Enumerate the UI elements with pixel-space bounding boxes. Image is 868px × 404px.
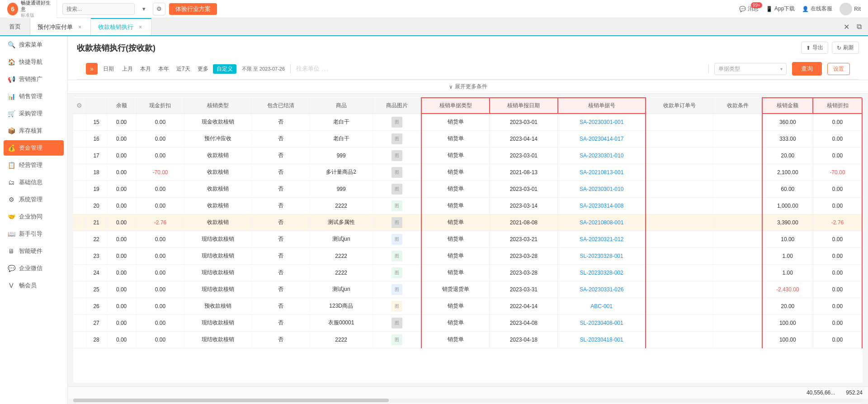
- cancel-bill-no-link[interactable]: SA-20230331-026: [580, 286, 623, 293]
- cell-product: 2222: [310, 197, 373, 214]
- refresh-button[interactable]: ↻ 刷新: [832, 42, 859, 54]
- top-search-input[interactable]: [62, 3, 135, 15]
- cell-receipt-order-no: [646, 130, 713, 147]
- tab-prepay-close[interactable]: ×: [76, 23, 83, 31]
- basic-icon: 🗂: [7, 178, 15, 186]
- dropdown-arrow-icon[interactable]: ▾: [138, 4, 149, 14]
- tab-collection-close[interactable]: ×: [137, 23, 144, 31]
- cell-settings: [73, 181, 86, 197]
- message-button[interactable]: 💬 消息 99+: [739, 5, 759, 13]
- cell-cancel-amount: 1.00: [762, 247, 813, 264]
- date-this-month[interactable]: 本月: [137, 64, 154, 74]
- th-includes-settled: 包含已结清: [252, 98, 310, 114]
- cancel-bill-no-link[interactable]: SL-20230328-002: [580, 270, 623, 276]
- app-download-button[interactable]: 📱 App下载: [766, 5, 795, 13]
- sidebar-item-search[interactable]: 🔍 搜索菜单: [0, 36, 67, 53]
- main-layout: 🔍 搜索菜单 🏠 快捷导航 📢 营销推广 📊 销售管理 🛒 采购管理 📦 库存核…: [0, 36, 868, 404]
- trial-button[interactable]: 体验行业方案: [169, 3, 217, 15]
- date-custom[interactable]: 自定义: [213, 64, 236, 74]
- restore-window-btn[interactable]: ⧉: [854, 21, 864, 32]
- sidebar-item-finance[interactable]: 💰 资金管理: [4, 140, 64, 156]
- cancel-bill-no-link[interactable]: SL-20230418-001: [580, 337, 623, 343]
- filter-expand-button[interactable]: »: [86, 63, 98, 75]
- th-product: 商品: [310, 98, 373, 114]
- cell-settings: [73, 247, 86, 264]
- sidebar-item-enterprise[interactable]: 🤝 企业协同: [0, 208, 67, 225]
- sidebar-item-inventory[interactable]: 📦 库存核算: [0, 122, 67, 139]
- cell-product-image: 图: [373, 164, 422, 181]
- sidebar-item-sales[interactable]: 📊 销售管理: [0, 88, 67, 105]
- cancel-bill-no-link[interactable]: SA-20230301-001: [580, 119, 623, 125]
- cell-cancel-bill-no: SA-20230414-017: [558, 130, 646, 147]
- query-button[interactable]: 查询: [792, 62, 822, 76]
- date-this-year[interactable]: 本年: [156, 64, 172, 74]
- cell-cancel-bill-date: 2023-03-21: [490, 231, 558, 247]
- date-7days[interactable]: 近7天: [174, 64, 193, 74]
- cell-cancel-bill-date: 2023-04-14: [490, 130, 558, 147]
- sidebar-item-hardware[interactable]: 🖥 智能硬件: [0, 242, 67, 260]
- sidebar-item-system[interactable]: ⚙ 系统管理: [0, 191, 67, 208]
- cell-product: 123D商品: [310, 298, 373, 314]
- column-settings-icon[interactable]: ⚙: [76, 102, 82, 109]
- th-cancel-bill-date: 核销单报日期: [490, 98, 558, 114]
- tab-home[interactable]: 首页: [0, 18, 30, 35]
- cell-product-image: 图: [373, 197, 422, 214]
- cancel-bill-no-link[interactable]: SA-20230321-012: [580, 236, 623, 242]
- cancel-bill-no-link[interactable]: SA-20210808-001: [580, 219, 623, 226]
- tab-prepay[interactable]: 预付冲应付单 ×: [30, 18, 91, 35]
- th-product-image: 商品图片: [373, 98, 422, 114]
- table-row: 16 0.00 0.00 预付冲应收 否 老白干 图 销货单 2023-04-1…: [73, 130, 862, 147]
- online-service-button[interactable]: 👤 在线客服: [802, 5, 832, 13]
- cancel-bill-no-link[interactable]: SA-20230314-008: [580, 203, 623, 209]
- app-icon: 📱: [766, 6, 773, 12]
- close-window-btn[interactable]: ✕: [841, 21, 852, 32]
- sidebar-item-member[interactable]: V 畅会员: [0, 277, 67, 294]
- table-row: 18 0.00 -70.00 收款核销 否 多计量商品2 图 销货单 2021-…: [73, 164, 862, 181]
- cell-product: 2222: [310, 247, 373, 264]
- horizontal-scrollbar[interactable]: [73, 399, 863, 402]
- cell-cancel-bill-no: ABC-001: [558, 298, 646, 314]
- cell-cancel-bill-date: 2023-03-28: [490, 247, 558, 264]
- tab-bar: 首页 预付冲应付单 × 收款核销执行 × ✕ ⧉: [0, 18, 868, 36]
- cell-cancel-bill-type: 销货单: [421, 147, 490, 164]
- export-button[interactable]: ⬆ 导出: [801, 42, 828, 54]
- tab-collection[interactable]: 收款核销执行 ×: [91, 18, 151, 35]
- tab-collection-label: 收款核销执行: [98, 23, 133, 31]
- cancel-bill-no-link[interactable]: SA-20230301-010: [580, 152, 623, 159]
- cancel-bill-no-link[interactable]: SA-20230414-017: [580, 136, 623, 142]
- cell-includes-settled: 否: [252, 314, 310, 331]
- cell-cash-discount: 0.00: [136, 130, 184, 147]
- scrollbar-thumb[interactable]: [73, 399, 389, 402]
- sidebar-item-business[interactable]: 📋 经营管理: [0, 157, 67, 174]
- table-row: 21 0.00 -2.76 收款核销 否 测试多属性 图 销货单 2021-08…: [73, 214, 862, 231]
- filter-settings-button[interactable]: 设置: [827, 63, 850, 75]
- cell-settings: [73, 214, 86, 231]
- cancel-bill-no-link[interactable]: ABC-001: [590, 303, 613, 309]
- date-last-month[interactable]: 上月: [119, 64, 136, 74]
- cancel-bill-no-link[interactable]: SA-20210813-001: [580, 169, 623, 176]
- sales-icon: 📊: [7, 92, 15, 100]
- sidebar-item-purchase[interactable]: 🛒 采购管理: [0, 105, 67, 122]
- bill-type-select[interactable]: 单据类型 ▾: [714, 63, 787, 75]
- cancel-bill-no-link[interactable]: SL-20230408-001: [580, 320, 623, 326]
- user-menu[interactable]: Rit: [840, 3, 861, 15]
- sidebar-item-marketing[interactable]: 📢 营销推广: [0, 71, 67, 88]
- cell-includes-settled: 否: [252, 298, 310, 314]
- cancel-bill-no-link[interactable]: SL-20230328-001: [580, 253, 623, 259]
- cell-settings: [73, 264, 86, 281]
- expand-conditions-button[interactable]: ∨ 展开更多条件: [445, 82, 491, 91]
- cell-cash-discount: 0.00: [136, 298, 184, 314]
- sidebar-item-wechat[interactable]: 💬 企业微信: [0, 260, 67, 277]
- cell-settings: [73, 331, 86, 348]
- cell-product-image: 图: [373, 130, 422, 147]
- settings-icon[interactable]: ⚙: [153, 3, 165, 15]
- sidebar-item-guide[interactable]: 📖 新手引导: [0, 225, 67, 242]
- sidebar-item-nav[interactable]: 🏠 快捷导航: [0, 53, 67, 71]
- sidebar-item-finance-label: 资金管理: [19, 144, 42, 152]
- cell-balance: 0.00: [107, 247, 136, 264]
- cell-includes-settled: 否: [252, 281, 310, 298]
- sidebar-item-basic[interactable]: 🗂 基础信息: [0, 174, 67, 191]
- cancel-bill-no-link[interactable]: SA-20230301-010: [580, 186, 623, 192]
- inventory-icon: 📦: [7, 127, 15, 135]
- date-more[interactable]: 更多: [195, 64, 211, 74]
